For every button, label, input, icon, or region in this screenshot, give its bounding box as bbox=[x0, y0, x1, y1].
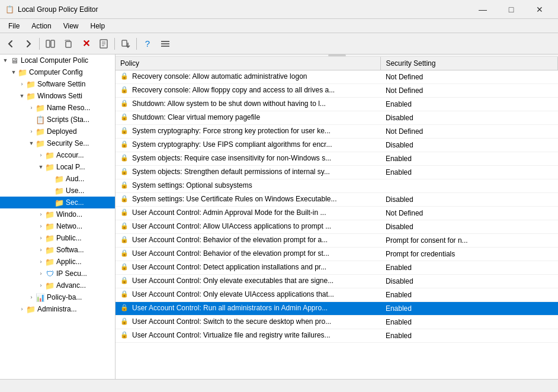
tree-item-windows-firewall[interactable]: › 📁 Windo... bbox=[0, 208, 115, 220]
setting-cell: Prompt for credentials bbox=[381, 248, 558, 261]
tree-label-advanced-audit: Advanc... bbox=[56, 281, 86, 290]
setting-cell: Enabled bbox=[381, 288, 558, 302]
tree-item-administrative[interactable]: › 📁 Administra... bbox=[0, 303, 115, 315]
policy-cell: 🔒User Account Control: Only elevate UIAc… bbox=[116, 288, 381, 302]
tree-item-ip-security[interactable]: › 🛡 IP Secu... bbox=[0, 268, 115, 279]
folder-icon-audit-policy: 📁 bbox=[54, 174, 64, 184]
folder-icon-application-control: 📁 bbox=[45, 257, 54, 266]
policy-cell: 🔒Recovery console: Allow automatic admin… bbox=[116, 70, 381, 84]
folder-icon-software-restriction: 📁 bbox=[45, 245, 54, 255]
policy-icon: 🔒 bbox=[120, 304, 130, 313]
table-row[interactable]: 🔒System cryptography: Use FIPS compliant… bbox=[116, 139, 558, 152]
policy-cell: 🔒User Account Control: Allow UIAccess ap… bbox=[116, 220, 381, 234]
tree-item-advanced-audit[interactable]: › 📁 Advanc... bbox=[0, 279, 115, 291]
table-row[interactable]: 🔒Recovery console: Allow floppy copy and… bbox=[116, 84, 558, 98]
show-hide-button[interactable] bbox=[42, 36, 59, 52]
tree-label-security-settings: Security Se... bbox=[47, 139, 89, 147]
export-button[interactable] bbox=[117, 36, 134, 52]
tree-label-administrative: Administra... bbox=[37, 305, 77, 313]
tree-toggle-software-settings: › bbox=[18, 80, 26, 88]
tree-item-local-computer[interactable]: ▼ 🖥 Local Computer Polic bbox=[0, 54, 115, 66]
tree-item-software-restriction[interactable]: › 📁 Softwa... bbox=[0, 244, 115, 256]
menu-help[interactable]: Help bbox=[85, 19, 111, 33]
table-row[interactable]: 🔒System objects: Strengthen default perm… bbox=[116, 166, 558, 179]
policy-cell: 🔒Shutdown: Allow system to be shut down … bbox=[116, 98, 381, 111]
table-row[interactable]: 🔒System settings: Optional subsystems bbox=[116, 179, 558, 193]
tree-item-network-list[interactable]: › 📁 Netwo... bbox=[0, 220, 115, 232]
svg-rect-9 bbox=[161, 41, 169, 42]
close-button[interactable]: ✕ bbox=[526, 0, 553, 19]
minimize-button[interactable]: — bbox=[469, 0, 496, 19]
svg-rect-1 bbox=[51, 40, 54, 47]
policy-cell: 🔒System settings: Use Certificate Rules … bbox=[116, 193, 381, 207]
tree-item-name-resolution[interactable]: › 📁 Name Reso... bbox=[0, 102, 115, 114]
setting-cell: Not Defined bbox=[381, 207, 558, 220]
forward-button[interactable] bbox=[20, 36, 37, 52]
table-scroll[interactable]: Policy Security Setting 🔒Recovery consol… bbox=[116, 57, 558, 379]
tree-label-audit-policy: Aud... bbox=[66, 175, 84, 183]
tree-toggle-account-policies: › bbox=[37, 151, 45, 159]
table-row[interactable]: 🔒User Account Control: Virtualize file a… bbox=[116, 329, 558, 343]
tree-item-security-settings[interactable]: ▼ 📁 Security Se... bbox=[0, 137, 115, 149]
tree-item-security-options[interactable]: › 📁 Sec... bbox=[0, 197, 115, 208]
tree-item-deployed[interactable]: › 📁 Deployed bbox=[0, 126, 115, 137]
table-row[interactable]: 🔒User Account Control: Run all administr… bbox=[116, 302, 558, 316]
properties-button[interactable] bbox=[95, 36, 112, 52]
maximize-button[interactable]: □ bbox=[498, 0, 525, 19]
column-header-security-setting[interactable]: Security Setting bbox=[381, 57, 558, 70]
tree-item-software-settings[interactable]: › 📁 Software Settin bbox=[0, 78, 115, 90]
folder-icon-advanced-audit: 📁 bbox=[45, 281, 54, 290]
table-row[interactable]: 🔒User Account Control: Behavior of the e… bbox=[116, 248, 558, 261]
tree-toggle-administrative: › bbox=[18, 305, 26, 313]
column-header-policy[interactable]: Policy bbox=[116, 57, 381, 70]
table-row[interactable]: 🔒User Account Control: Only elevate UIAc… bbox=[116, 288, 558, 302]
tree-item-public-key[interactable]: › 📁 Public... bbox=[0, 232, 115, 244]
tree-panel[interactable]: ▼ 🖥 Local Computer Polic ▼ 📁 Computer Co… bbox=[0, 54, 116, 379]
setting-cell: Prompt for consent for n... bbox=[381, 234, 558, 248]
svg-rect-0 bbox=[46, 40, 50, 47]
tree-item-scripts[interactable]: › 📋 Scripts (Sta... bbox=[0, 114, 115, 126]
delete-button[interactable]: ✕ bbox=[78, 36, 94, 52]
back-button[interactable] bbox=[2, 36, 19, 52]
tree-toggle-windows-firewall: › bbox=[37, 210, 45, 219]
setting-cell bbox=[381, 179, 558, 193]
folder-icon-software-settings: 📁 bbox=[26, 79, 36, 89]
tree-item-account-policies[interactable]: › 📁 Accour... bbox=[0, 149, 115, 161]
policy-cell: 🔒User Account Control: Only elevate exec… bbox=[116, 275, 381, 288]
menu-action[interactable]: Action bbox=[25, 19, 57, 33]
policy-cell: 🔒System cryptography: Use FIPS compliant… bbox=[116, 139, 381, 152]
table-row[interactable]: 🔒System objects: Require case insensitiv… bbox=[116, 152, 558, 166]
tree-item-local-policies[interactable]: ▼ 📁 Local P... bbox=[0, 161, 115, 173]
table-row[interactable]: 🔒Shutdown: Clear virtual memory pagefile… bbox=[116, 111, 558, 125]
extended-view-button[interactable] bbox=[157, 36, 174, 52]
tree-item-audit-policy[interactable]: › 📁 Aud... bbox=[0, 173, 115, 185]
status-bar bbox=[0, 379, 558, 392]
table-row[interactable]: 🔒User Account Control: Only elevate exec… bbox=[116, 275, 558, 288]
table-row[interactable]: 🔒Recovery console: Allow automatic admin… bbox=[116, 70, 558, 84]
tree-item-application-control[interactable]: › 📁 Applic... bbox=[0, 256, 115, 268]
table-row[interactable]: 🔒User Account Control: Switch to the sec… bbox=[116, 316, 558, 329]
policy-cell: 🔒User Account Control: Switch to the sec… bbox=[116, 316, 381, 329]
toolbar: ✕ ? bbox=[0, 33, 558, 54]
menu-view[interactable]: View bbox=[57, 19, 85, 33]
setting-cell: Enabled bbox=[381, 329, 558, 343]
help-button[interactable]: ? bbox=[139, 36, 156, 52]
table-row[interactable]: 🔒User Account Control: Admin Approval Mo… bbox=[116, 207, 558, 220]
table-row[interactable]: 🔒User Account Control: Allow UIAccess ap… bbox=[116, 220, 558, 234]
setting-cell: Not Defined bbox=[381, 84, 558, 98]
table-row[interactable]: 🔒User Account Control: Detect applicatio… bbox=[116, 261, 558, 275]
tree-item-policy-based[interactable]: › 📊 Policy-ba... bbox=[0, 291, 115, 303]
tree-item-user-rights[interactable]: › 📁 Use... bbox=[0, 185, 115, 197]
tree-label-software-settings: Software Settin bbox=[37, 80, 85, 88]
tree-item-windows-settings[interactable]: ▼ 📁 Windows Setti bbox=[0, 90, 115, 102]
setting-cell: Enabled bbox=[381, 302, 558, 316]
table-row[interactable]: 🔒Shutdown: Allow system to be shut down … bbox=[116, 98, 558, 111]
table-row[interactable]: 🔒System cryptography: Force strong key p… bbox=[116, 125, 558, 139]
policy-icon: 🔒 bbox=[120, 222, 130, 232]
tree-item-computer-config[interactable]: ▼ 📁 Computer Config bbox=[0, 66, 115, 78]
table-row[interactable]: 🔒System settings: Use Certificate Rules … bbox=[116, 193, 558, 207]
copy-button[interactable] bbox=[60, 36, 76, 52]
folder-icon-windows-settings: 📁 bbox=[26, 91, 36, 101]
menu-file[interactable]: File bbox=[2, 19, 25, 33]
table-row[interactable]: 🔒User Account Control: Behavior of the e… bbox=[116, 234, 558, 248]
